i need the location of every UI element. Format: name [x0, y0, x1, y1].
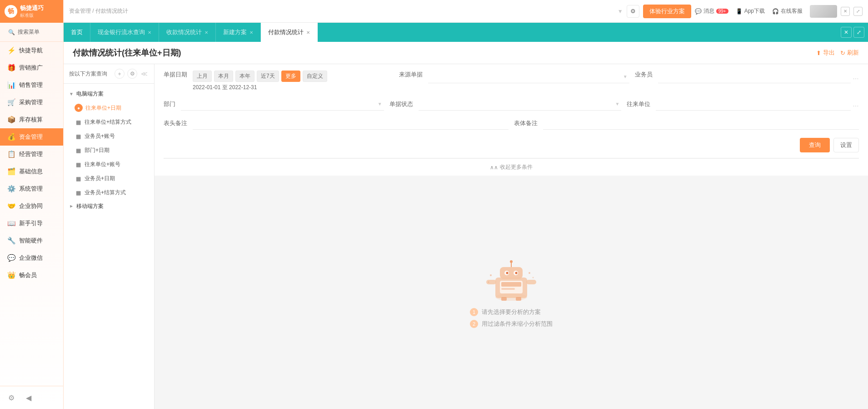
window-close-btn[interactable]: ✕: [841, 7, 850, 16]
filter-main-area: 单据日期 上月 本月 本年 近7天 更多 自定义 2022-01-01 至 20…: [155, 64, 868, 176]
tab-fullscreen-btn[interactable]: ⤢: [853, 27, 864, 38]
refresh-btn[interactable]: ↻ 刷新: [840, 49, 859, 57]
scheme-collapse-btn[interactable]: ≪: [140, 69, 149, 78]
hint-num-2: 2: [470, 320, 478, 328]
sidebar-item-guide[interactable]: 📖 新手引导: [0, 215, 63, 232]
cooperation-icon: 🤝: [7, 202, 15, 210]
doc-status-arrow-icon: ▼: [615, 101, 619, 106]
window-maximize-btn[interactable]: ⤢: [853, 7, 863, 16]
body-note-input[interactable]: [543, 117, 859, 130]
doc-status-select[interactable]: ▼: [419, 98, 622, 111]
svg-point-19: [488, 281, 489, 283]
online-service-btn[interactable]: 🎧 在线客服: [772, 7, 803, 15]
user-avatar[interactable]: [810, 5, 837, 18]
scheme-mobile-group[interactable]: ▼ 移动端方案: [64, 200, 154, 213]
tab-bank[interactable]: 现金银行流水查询 ✕: [90, 23, 159, 42]
body-note-field[interactable]: [545, 120, 857, 126]
sidebar-item-hardware[interactable]: 🔧 智能硬件: [0, 232, 63, 249]
svg-point-10: [506, 272, 509, 274]
tab-new-scheme-close[interactable]: ✕: [249, 30, 253, 35]
tab-receipt-close[interactable]: ✕: [205, 30, 208, 35]
sidebar-item-wechat[interactable]: 💬 企业微信: [0, 249, 63, 267]
shortcut-icon: ⚡: [7, 46, 15, 55]
scheme-item-dept-date[interactable]: ▦ 部门+日期: [64, 143, 154, 157]
app-download-btn[interactable]: 📱 App下载: [736, 7, 765, 15]
sidebar-item-sales[interactable]: 📊 销售管理: [0, 76, 63, 94]
setting-btn[interactable]: 设置: [833, 138, 859, 152]
sidebar-item-marketing[interactable]: 🎁 营销推广: [0, 59, 63, 76]
empty-hint-2: 2 用过滤条件来缩小分析范围: [470, 320, 553, 328]
sidebar-item-purchase[interactable]: 🛒 采购管理: [0, 94, 63, 111]
scheme-item-staff-settlement[interactable]: ▦ 业务员+结算方式: [64, 186, 154, 200]
unit-input[interactable]: [656, 98, 851, 111]
dept-select[interactable]: ▼: [181, 98, 384, 111]
date-btn-this-month[interactable]: 本月: [214, 71, 233, 82]
date-btn-this-year[interactable]: 本年: [235, 71, 254, 82]
staff-input-field[interactable]: [660, 74, 849, 80]
trial-btn[interactable]: 体验行业方案: [643, 5, 691, 18]
tab-new-scheme[interactable]: 新建方案 ✕: [216, 23, 261, 42]
messages-btn[interactable]: 💬 消息 99+: [695, 7, 728, 15]
sidebar-item-inventory[interactable]: 📦 库存核算: [0, 111, 63, 128]
date-btn-7days[interactable]: 近7天: [257, 71, 279, 82]
topbar-gear-btn[interactable]: ⚙: [627, 5, 639, 18]
header-note-field[interactable]: [195, 120, 507, 126]
search-menu-button[interactable]: 🔍 搜索菜单: [5, 26, 59, 38]
new-scheme-tab-label: 新建方案: [223, 28, 247, 36]
unit-input-field[interactable]: [658, 101, 849, 107]
tab-payment[interactable]: 付款情况统计 ✕: [261, 23, 318, 42]
sidebar-item-member[interactable]: 👑 畅会员: [0, 267, 63, 284]
scheme-desktop-group[interactable]: ▼ 电脑端方案: [64, 87, 154, 101]
svg-point-18: [533, 277, 534, 278]
finance-icon: 💰: [7, 133, 15, 141]
filter-form: 单据日期 上月 本月 本年 近7天 更多 自定义 2022-01-01 至 20…: [155, 64, 868, 409]
unit-field: …: [656, 98, 859, 111]
sidebar: 畅 畅捷通巧 标准版 🔍 搜索菜单 ⚡ 快捷导航 🎁 营销推广 📊 销售管理 🛒…: [0, 0, 64, 409]
receipt-tab-label: 收款情况统计: [166, 28, 202, 36]
source-select[interactable]: ▼: [428, 71, 629, 83]
scheme-settings-btn[interactable]: ⚙: [127, 69, 137, 79]
service-icon: 🎧: [772, 8, 779, 15]
date-btn-more[interactable]: 更多: [281, 71, 300, 82]
scheme-item-staff-account[interactable]: ▦ 业务员+账号: [64, 129, 154, 143]
sidebar-item-system[interactable]: ⚙️ 系统管理: [0, 180, 63, 197]
sidebar-item-finance[interactable]: 💰 资金管理: [0, 128, 63, 146]
scheme-item-unit-settlement[interactable]: ▦ 往来单位+结算方式: [64, 115, 154, 129]
collapse-chevron-icon: ∧∧: [490, 164, 498, 171]
payment-tab-label: 付款情况统计: [268, 28, 304, 36]
staff-label: 业务员: [635, 71, 653, 79]
unit-dots-btn[interactable]: …: [853, 101, 859, 108]
scheme-item-unit-date[interactable]: ● 往来单位+日期: [64, 101, 154, 115]
mobile-group-label: 移动端方案: [76, 202, 104, 210]
sidebar-item-basic[interactable]: 🗂️ 基础信息: [0, 163, 63, 180]
sidebar-logo: 畅 畅捷通巧 标准版: [0, 0, 63, 23]
svg-point-16: [490, 274, 492, 276]
date-btn-custom[interactable]: 自定义: [303, 71, 327, 82]
tab-receipt[interactable]: 收款情况统计 ✕: [159, 23, 216, 42]
tab-payment-close[interactable]: ✕: [306, 30, 310, 35]
staff-dots-btn[interactable]: …: [853, 73, 859, 81]
svg-point-11: [515, 272, 518, 274]
collapse-more-btn[interactable]: ∧∧ 收起更多条件: [490, 163, 533, 171]
tab-bank-close[interactable]: ✕: [148, 30, 151, 35]
tab-home[interactable]: 首页: [64, 23, 90, 42]
query-btn[interactable]: 查询: [800, 138, 830, 152]
scheme-add-btn[interactable]: ＋: [115, 69, 125, 79]
export-btn[interactable]: ⬆ 导出: [816, 49, 835, 57]
sidebar-item-cooperation[interactable]: 🤝 企业协同: [0, 197, 63, 215]
date-btn-last-month[interactable]: 上月: [193, 71, 212, 82]
scheme-item-staff-date[interactable]: ▦ 业务员+日期: [64, 172, 154, 186]
sidebar-item-management[interactable]: 📋 经营管理: [0, 146, 63, 163]
message-icon: 💬: [695, 8, 702, 15]
tab-close-all-btn[interactable]: ✕: [841, 27, 852, 38]
export-icon: ⬆: [816, 50, 821, 56]
settings-btn[interactable]: ⚙: [5, 391, 18, 404]
refresh-icon: ↻: [840, 50, 845, 56]
collapse-sidebar-btn[interactable]: ◀: [22, 391, 35, 404]
date-label: 单据日期: [164, 71, 187, 79]
header-note-input[interactable]: [193, 117, 509, 130]
sidebar-item-shortcut[interactable]: ⚡ 快捷导航: [0, 42, 63, 59]
scheme-item-unit-account[interactable]: ▦ 往来单位+账号: [64, 157, 154, 172]
staff-input[interactable]: [658, 71, 851, 83]
logo-subtitle: 标准版: [20, 12, 44, 19]
